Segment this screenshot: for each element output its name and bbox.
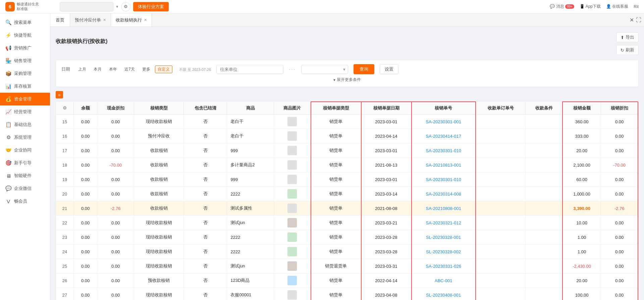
col-writeoff-type: 核销类型 [134,102,183,115]
cell-receipt-order-no [476,245,526,259]
dropdown-arrow[interactable]: ▾ [116,4,118,9]
settings-gear-icon[interactable]: ⚙ [121,2,130,11]
cell-writeoff-no: SL-20230408-001 [412,288,476,300]
sidebar-item-销售管理[interactable]: 🏪销售管理 [0,54,50,67]
sidebar-icon: 📦 [5,71,11,77]
cell-writeoff-amount: -2,430.00 [562,259,601,273]
sidebar-item-智能硬件[interactable]: 🖥智能硬件 [0,169,50,182]
sidebar: 🔍搜索菜单⚡快捷导航📢营销推广🏪销售管理📦采购管理📊库存核算💰资金管理📈经营管理… [0,13,50,300]
cell-goods-image [274,201,311,216]
date-this-month[interactable]: 本月 [91,66,104,73]
cell-id: 24 [56,245,73,259]
refresh-button[interactable]: ↻ 刷新 [616,45,639,55]
date-this-year[interactable]: 本年 [106,66,120,73]
sidebar-label: 智能硬件 [14,173,32,179]
cell-writeoff-amount: 10.00 [562,216,601,230]
sidebar-item-企业协同[interactable]: 🤝企业协同 [0,144,50,157]
cell-writeoff-no: SA-20230414-017 [412,129,476,143]
cell-goods: 老白干 [227,129,274,143]
cell-writeoff-no: SA-20230301-010 [412,143,476,158]
cell-receipt-condition [526,187,562,201]
sidebar-item-企业微信[interactable]: 💬企业微信 [0,182,50,195]
sidebar-item-营销推广[interactable]: 📢营销推广 [0,42,50,54]
cell-goods: 测试多属性 [227,201,274,216]
table-row: 24 0.00 0.00 现结收款核销 否 2222 销货单 2023-03-2… [56,245,638,259]
sidebar-item-采购管理[interactable]: 📦采购管理 [0,67,50,80]
tab-window-expand[interactable]: ⛶ [636,17,641,23]
sidebar-item-快捷导航[interactable]: ⚡快捷导航 [0,29,50,42]
cell-balance: 0.00 [73,230,97,245]
export-button[interactable]: ⬆ 导出 [616,32,639,42]
cell-id: 17 [56,143,73,158]
col-settings: ⚙ [56,102,73,115]
cell-writeoff-discount: 0.00 [601,230,638,245]
cell-receipt-order-no [476,115,526,129]
cell-receipt-order-no [476,273,526,288]
expand-arrow-button[interactable]: » [56,91,63,98]
cell-include-settled: 否 [184,129,227,143]
tab-window-close[interactable]: ✕ [630,17,634,23]
online-service-link[interactable]: 👤 在线客服 [606,4,628,9]
tab-writeoff[interactable]: 收款核销执行 ✕ [111,13,152,27]
tab-writeoff-close[interactable]: ✕ [144,18,147,22]
sidebar-item-系统管理[interactable]: ⚙系统管理 [0,131,50,144]
sidebar-label: 快捷导航 [14,32,32,38]
expand-more[interactable]: ▾ 展开更多条件 [61,77,633,83]
cell-writeoff-date: 2023-03-01 [361,143,412,158]
cell-cash-discount: -70.00 [97,158,134,172]
cell-id: 21 [56,201,73,216]
sidebar-icon: 📋 [5,122,11,128]
cell-writeoff-bill-type: 销货单 [311,216,361,230]
cell-writeoff-amount: 100.00 [562,288,601,300]
single-type-select[interactable] [301,65,348,74]
cell-writeoff-type: 收款核销 [134,143,183,158]
cell-balance: 0.00 [73,216,97,230]
sidebar-item-新手引导[interactable]: 🎯新手引导 [0,157,50,169]
cell-writeoff-type: 收款核销 [134,201,183,216]
cell-writeoff-type: 预付冲应收 [134,129,183,143]
cell-cash-discount: 0.00 [97,187,134,201]
cell-writeoff-type: 现结收款核销 [134,245,183,259]
sidebar-label: 采购管理 [14,71,32,77]
sidebar-icon: V [5,199,11,204]
settings-button[interactable]: 设置 [380,64,398,74]
table-row: 17 0.00 0.00 收款核销 否 999 销货单 2023-03-01 S… [56,143,638,158]
cell-writeoff-bill-type: 销货单 [311,158,361,172]
cell-writeoff-date: 2021-08-08 [361,201,412,216]
sidebar-item-库存核算[interactable]: 📊库存核算 [0,80,50,93]
query-button[interactable]: 查询 [354,64,374,74]
sidebar-item-基础信息[interactable]: 📋基础信息 [0,118,50,131]
sidebar-item-资金管理[interactable]: 💰资金管理 [0,93,50,105]
tab-home[interactable]: 首页 [50,13,70,27]
industry-solution-button[interactable]: 体验行业方案 [133,2,169,11]
tab-prepay-close[interactable]: ✕ [103,18,106,22]
cell-goods: 测试jun [227,216,274,230]
sidebar-icon: 🏪 [5,58,11,64]
logo-text: 畅捷通好生意 标准版 [17,2,39,11]
col-goods-image: 商品图片 [274,102,311,115]
app-download-link[interactable]: 📱 App下载 [580,4,601,9]
table-row: 16 0.00 0.00 预付冲应收 否 老白干 销货单 2023-04-14 … [56,129,638,143]
cell-writeoff-date: 2023-03-21 [361,216,412,230]
cell-goods-image [274,187,311,201]
sidebar-item-经营管理[interactable]: 📈经营管理 [0,105,50,118]
date-more[interactable]: 更多 [140,66,153,73]
date-last-month[interactable]: 上月 [75,66,89,73]
sidebar-item-畅会员[interactable]: V畅会员 [0,195,50,208]
cell-include-settled: 否 [184,288,227,300]
cell-writeoff-type: 现结收款核销 [134,230,183,245]
sidebar-label: 畅会员 [14,198,27,204]
cell-id: 26 [56,273,73,288]
tab-prepay[interactable]: 预付冲应付单 ✕ [70,13,111,27]
cell-id: 19 [56,172,73,187]
message-icon[interactable]: 💬 消息 99+ [550,4,574,9]
cell-writeoff-type: 现结收款核销 [134,216,183,230]
partner-input[interactable] [216,65,283,74]
sidebar-item-搜索菜单[interactable]: 🔍搜索菜单 [0,16,50,29]
date-7days[interactable]: 近7天 [122,66,138,73]
sidebar-label: 系统管理 [14,134,32,140]
message-badge: 99+ [565,4,574,9]
col-settings-icon[interactable]: ⚙ [63,105,67,111]
date-custom[interactable]: 自定义 [155,66,172,73]
cell-writeoff-no: SA-20210808-001 [412,201,476,216]
